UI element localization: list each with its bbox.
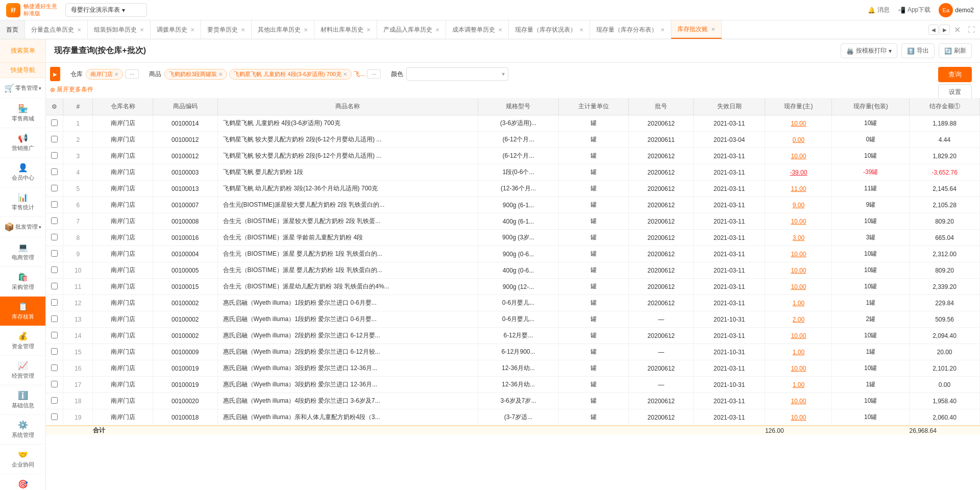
industry-dropdown[interactable]: 母婴行业演示库表 ▾ <box>65 3 147 17</box>
tab-close[interactable]: ✕ <box>241 27 245 33</box>
nav-tab-2[interactable]: 组装拆卸单历史✕ <box>88 20 151 39</box>
row-stock-main[interactable]: 10.00 <box>765 246 832 262</box>
nav-prev-arrow[interactable]: ◀ <box>928 24 939 35</box>
warehouse-tag-remove[interactable]: ✕ <box>114 71 118 77</box>
product-tag-1-remove[interactable]: ✕ <box>218 71 223 77</box>
nav-tab-9[interactable]: 现存量（库存状况表）✕ <box>509 20 590 39</box>
color-select[interactable]: ▾ <box>406 67 508 81</box>
query-button[interactable]: 查询 <box>938 67 972 82</box>
row-checkbox[interactable] <box>46 393 63 409</box>
row-stock-main[interactable]: 10.00 <box>765 279 832 295</box>
row-stock-main[interactable]: 9.00 <box>765 197 832 213</box>
warehouse-more[interactable]: ··· <box>125 69 139 79</box>
sidebar-item-10[interactable]: 📈经营管理 <box>0 356 45 385</box>
tab-close[interactable]: ✕ <box>660 27 665 33</box>
sidebar-item-3[interactable]: 👤会员中心 <box>0 158 45 187</box>
sidebar-item-14[interactable]: 🎯新手引导 <box>0 474 45 490</box>
nav-tab-10[interactable]: 现存量（库存分布表）✕ <box>590 20 671 39</box>
row-stock-main[interactable]: 3.00 <box>765 230 832 246</box>
row-checkbox[interactable] <box>46 344 63 360</box>
nav-expand[interactable]: ⛶ <box>965 26 978 34</box>
nav-tab-4[interactable]: 要货单历史✕ <box>201 20 252 39</box>
nav-next-arrow[interactable]: ▶ <box>940 24 950 35</box>
sidebar-item-1[interactable]: 🏪零售商城 <box>0 99 45 128</box>
app-download-action[interactable]: 📲 App下载 <box>898 6 930 14</box>
tab-close[interactable]: ✕ <box>435 27 439 33</box>
row-checkbox[interactable] <box>46 164 63 181</box>
tab-close[interactable]: ✕ <box>711 27 715 32</box>
sidebar-item-6[interactable]: 💻电商管理 <box>0 237 45 267</box>
nav-tab-5[interactable]: 其他出库单历史✕ <box>252 20 314 39</box>
user-area[interactable]: Ea demo2 <box>939 3 974 17</box>
row-stock-main[interactable]: 10.00 <box>765 213 832 230</box>
expand-more-btn[interactable]: ⊕ 展开更多条件 <box>46 83 980 96</box>
product-more[interactable]: 飞... <box>354 70 365 79</box>
sidebar-item-9[interactable]: 💰资金管理 <box>0 326 45 356</box>
row-stock-main[interactable]: 10.00 <box>765 393 832 409</box>
row-checkbox[interactable] <box>46 328 63 344</box>
row-checkbox[interactable] <box>46 197 63 213</box>
product-tag-2-remove[interactable]: ✕ <box>343 71 347 77</box>
filter-expand-arrow[interactable]: ▶ <box>50 67 60 81</box>
sidebar-item-8[interactable]: 📋库存核算 <box>0 297 45 326</box>
row-checkbox[interactable] <box>46 279 63 295</box>
nav-tab-11[interactable]: 库存批次账✕ <box>671 20 722 39</box>
sidebar-item-0[interactable]: 🛒零售管理▾ <box>0 78 45 99</box>
row-checkbox[interactable] <box>46 115 63 132</box>
sidebar-item-12[interactable]: ⚙️系统管理 <box>0 415 45 445</box>
row-checkbox[interactable] <box>46 181 63 197</box>
tab-close[interactable]: ✕ <box>190 27 194 33</box>
gear-column-header[interactable]: ⚙ <box>46 98 63 115</box>
row-checkbox[interactable] <box>46 246 63 262</box>
nav-tab-7[interactable]: 产成品入库单历史✕ <box>377 20 446 39</box>
row-stock-main[interactable]: 2.00 <box>765 311 832 328</box>
sidebar-item-11[interactable]: ℹ️基础信息 <box>0 385 45 415</box>
nav-tab-0[interactable]: 首页 <box>0 20 25 39</box>
row-stock-main[interactable]: 10.00 <box>765 409 832 426</box>
tab-close[interactable]: ✕ <box>498 27 502 33</box>
nav-tab-8[interactable]: 成本调整单历史✕ <box>446 20 509 39</box>
row-stock-main[interactable]: 0.00 <box>765 132 832 148</box>
row-checkbox[interactable] <box>46 360 63 377</box>
message-action[interactable]: 🔔 消息 <box>868 6 890 14</box>
tab-close[interactable]: ✕ <box>304 27 308 33</box>
row-checkbox[interactable] <box>46 132 63 148</box>
nav-tab-3[interactable]: 调拨单历史✕ <box>151 20 201 39</box>
row-stock-main[interactable]: -39.00 <box>765 164 832 181</box>
sidebar-item-7[interactable]: 🛍️采购管理 <box>0 267 45 297</box>
tab-close[interactable]: ✕ <box>366 27 371 33</box>
sidebar-item-2[interactable]: 📢营销推广 <box>0 128 45 158</box>
nav-tab-6[interactable]: 材料出库单历史✕ <box>314 20 377 39</box>
refresh-button[interactable]: 🔄 刷新 <box>939 43 972 58</box>
row-stock-main[interactable]: 10.00 <box>765 360 832 377</box>
row-stock-main[interactable]: 10.00 <box>765 262 832 279</box>
row-stock-main[interactable]: 10.00 <box>765 148 832 164</box>
row-checkbox[interactable] <box>46 409 63 426</box>
row-checkbox[interactable] <box>46 213 63 230</box>
row-stock-main[interactable]: 1.00 <box>765 295 832 311</box>
row-checkbox[interactable] <box>46 311 63 328</box>
product-more-btn[interactable]: ··· <box>367 69 381 79</box>
tab-close[interactable]: ✕ <box>77 27 81 33</box>
quick-nav[interactable]: 快捷导航 <box>0 63 45 78</box>
export-button[interactable]: ⬆️ 导出 <box>901 43 935 58</box>
nav-tab-1[interactable]: 分量盘点单历史✕ <box>25 20 88 39</box>
template-print-button[interactable]: 🖨️ 按模板打印 ▾ <box>841 43 897 58</box>
nav-close-all[interactable]: ✕ <box>951 25 964 35</box>
row-checkbox[interactable] <box>46 262 63 279</box>
sidebar-item-5[interactable]: 📦批发管理▾ <box>0 217 45 237</box>
row-stock-main[interactable]: 1.00 <box>765 344 832 360</box>
row-checkbox[interactable] <box>46 377 63 393</box>
row-stock-main[interactable]: 10.00 <box>765 328 832 344</box>
row-checkbox[interactable] <box>46 295 63 311</box>
row-stock-main[interactable]: 10.00 <box>765 115 832 132</box>
row-checkbox[interactable] <box>46 230 63 246</box>
sidebar-item-4[interactable]: 📊零售统计 <box>0 187 45 217</box>
tab-close[interactable]: ✕ <box>579 27 583 33</box>
row-checkbox[interactable] <box>46 148 63 164</box>
row-stock-main[interactable]: 11.00 <box>765 181 832 197</box>
search-english-button[interactable]: 搜索英单 <box>3 43 42 58</box>
sidebar-item-13[interactable]: 🤝企业协同 <box>0 445 45 474</box>
tab-close[interactable]: ✕ <box>140 27 144 33</box>
row-stock-main[interactable]: 1.00 <box>765 377 832 393</box>
